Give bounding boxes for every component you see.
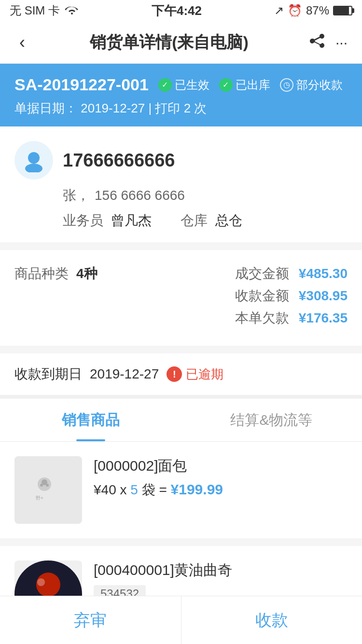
product-thumbnail-1: 野+ bbox=[14, 456, 82, 524]
product-name-1: [0000002]面包 bbox=[94, 456, 348, 476]
sales-label: 业务员 bbox=[63, 211, 103, 230]
due-date: 2019-12-27 bbox=[90, 366, 159, 382]
svg-text:野+: 野+ bbox=[36, 495, 43, 501]
customer-section: 17666666666 张， 156 6666 6666 业务员 曾凡杰 仓库 … bbox=[0, 126, 362, 242]
clock-icon: ◷ bbox=[280, 78, 293, 92]
product-name-2: [000400001]黄油曲奇 bbox=[94, 560, 348, 580]
status-time: 下午4:42 bbox=[152, 2, 202, 19]
sales-person: 业务员 曾凡杰 bbox=[63, 211, 152, 230]
category-value: 4种 bbox=[76, 265, 97, 283]
received-label: 收款金额 bbox=[235, 287, 289, 305]
customer-avatar bbox=[14, 141, 53, 180]
pay-button[interactable]: 收款 bbox=[181, 596, 362, 644]
product-tabs: 销售商品 结算&物流等 bbox=[0, 399, 362, 442]
status-bar: 无 SIM 卡 下午4:42 ↗ ⏰ 87% bbox=[0, 0, 362, 21]
owing-value: ¥176.35 bbox=[299, 310, 348, 326]
svg-point-4 bbox=[40, 484, 43, 487]
warehouse-label: 仓库 bbox=[181, 211, 208, 230]
customer-name-text: 张， bbox=[63, 186, 90, 205]
summary-section: 商品种类 4种 成交金额 ¥485.30 收款金额 ¥308.95 本单欠款 ¥… bbox=[0, 250, 362, 346]
badge-shipped: ✓ 已出库 bbox=[219, 77, 270, 93]
product-price-1: ¥40 x 5 袋 = ¥199.99 bbox=[94, 481, 348, 499]
wifi-icon bbox=[65, 4, 79, 17]
bottom-bar: 弃审 收款 bbox=[0, 596, 362, 644]
customer-meta: 业务员 曾凡杰 仓库 总仓 bbox=[14, 211, 348, 230]
svg-point-5 bbox=[46, 484, 49, 487]
due-label: 收款到期日 bbox=[14, 365, 82, 383]
check-icon: ✓ bbox=[158, 78, 172, 92]
warehouse-name: 总仓 bbox=[215, 211, 242, 230]
battery-text: 87% bbox=[306, 4, 329, 17]
sales-name: 曾凡杰 bbox=[111, 211, 152, 230]
order-date: 单据日期： 2019-12-27 | 打印 2 次 bbox=[14, 100, 348, 117]
tab-settlement[interactable]: 结算&物流等 bbox=[181, 399, 362, 441]
amount-summary: 成交金额 ¥485.30 收款金额 ¥308.95 本单欠款 ¥176.35 bbox=[235, 265, 348, 331]
customer-contact: 张， 156 6666 6666 bbox=[14, 186, 348, 205]
status-right: ↗ ⏰ 87% bbox=[274, 4, 352, 17]
due-date-section: 收款到期日 2019-12-27 ! 已逾期 bbox=[0, 353, 362, 399]
nav-actions: ··· bbox=[308, 32, 348, 53]
check-icon-2: ✓ bbox=[219, 78, 233, 92]
order-banner: SA-20191227-001 ✓ 已生效 ✓ 已出库 ◷ 部分收款 单据日期：… bbox=[0, 64, 362, 126]
more-button[interactable]: ··· bbox=[335, 34, 348, 51]
overdue-badge: ! 已逾期 bbox=[167, 366, 223, 383]
amount-label: 成交金额 bbox=[235, 265, 289, 283]
customer-phone: 17666666666 bbox=[63, 150, 175, 171]
tab-products[interactable]: 销售商品 bbox=[0, 399, 181, 441]
warehouse: 仓库 总仓 bbox=[181, 211, 242, 230]
nav-bar: ‹ 销货单详情(来自电脑) ··· bbox=[0, 21, 362, 64]
share-button[interactable] bbox=[308, 32, 326, 53]
product-category: 商品种类 4种 bbox=[14, 265, 97, 283]
overdue-label: 已逾期 bbox=[186, 366, 223, 383]
carrier-text: 无 SIM 卡 bbox=[10, 3, 60, 18]
order-id: SA-20191227-001 bbox=[14, 75, 149, 94]
cancel-button[interactable]: 弃审 bbox=[0, 596, 181, 644]
owing-label: 本单欠款 bbox=[235, 309, 289, 327]
status-left: 无 SIM 卡 bbox=[10, 3, 79, 18]
svg-point-1 bbox=[25, 164, 42, 172]
amount-value: ¥485.30 bbox=[299, 266, 348, 281]
back-button[interactable]: ‹ bbox=[14, 28, 30, 57]
category-label: 商品种类 bbox=[14, 265, 69, 283]
page-title: 销货单详情(来自电脑) bbox=[90, 31, 249, 54]
customer-contact-phone: 156 6666 6666 bbox=[95, 188, 185, 203]
badge-partial: ◷ 部分收款 bbox=[280, 77, 343, 93]
location-icon: ↗ bbox=[274, 4, 284, 17]
svg-point-0 bbox=[28, 152, 40, 164]
product-item: 野+ [0000002]面包 ¥40 x 5 袋 = ¥199.99 bbox=[0, 442, 362, 538]
badge-active: ✓ 已生效 bbox=[158, 77, 209, 93]
product-qty-1: 5 bbox=[130, 482, 138, 497]
alarm-icon: ⏰ bbox=[288, 4, 302, 17]
received-value: ¥308.95 bbox=[299, 288, 348, 304]
product-total-1: ¥199.99 bbox=[171, 481, 223, 497]
product-info-1: [0000002]面包 ¥40 x 5 袋 = ¥199.99 bbox=[94, 456, 348, 499]
overdue-icon: ! bbox=[167, 366, 182, 382]
battery-icon bbox=[333, 6, 352, 15]
svg-point-9 bbox=[37, 578, 45, 586]
